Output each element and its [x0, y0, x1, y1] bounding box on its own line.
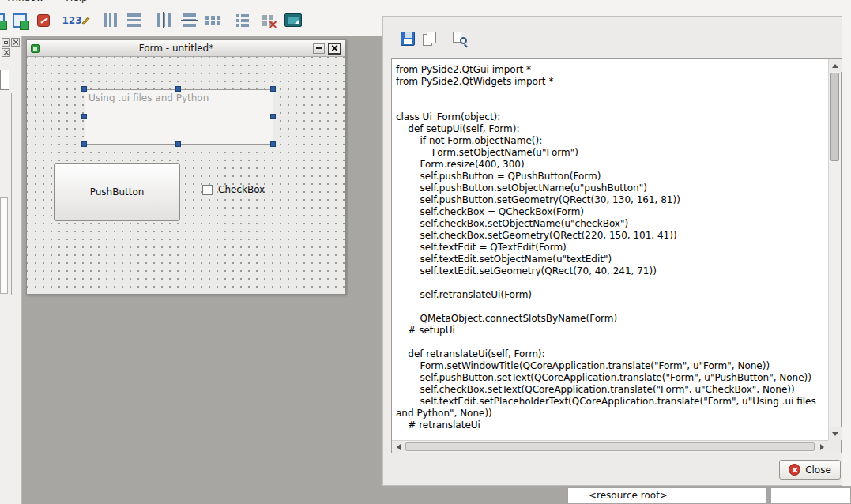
menu-help[interactable]: Help [66, 0, 87, 3]
qt-designer-app: Window Help 123 [0, 0, 851, 504]
code-preview-dialog: from PySide2.QtGui import * from PySide2… [382, 16, 842, 486]
layout-horizontal-icon[interactable] [123, 9, 144, 31]
scroll-up-icon[interactable] [829, 59, 842, 72]
resize-handle-bottom-left[interactable] [81, 141, 87, 147]
dock-divider [11, 93, 12, 295]
save-button[interactable] [398, 29, 417, 48]
left-dock-panel [0, 36, 22, 504]
copy-button[interactable] [420, 29, 439, 48]
resize-handle-bottom-right[interactable] [270, 141, 276, 147]
dock-close-icon[interactable] [2, 48, 10, 57]
scroll-left-icon[interactable] [392, 441, 405, 453]
pushbutton-widget[interactable]: PushButton [54, 163, 180, 221]
adjust-size-icon[interactable] [283, 9, 303, 31]
code-viewer[interactable]: from PySide2.QtGui import * from PySide2… [391, 58, 842, 453]
dock-float-icon[interactable] [2, 38, 10, 47]
minimize-button[interactable] [313, 43, 325, 54]
close-red-icon [789, 464, 800, 476]
horizontal-scrollbar[interactable] [392, 440, 828, 453]
resource-tree[interactable]: <resource root> [567, 487, 767, 504]
textedit-placeholder: Using .ui files and Python [88, 92, 209, 103]
layout-vertical-icon[interactable] [100, 9, 120, 31]
python-code-text: from PySide2.QtGui import * from PySide2… [392, 59, 827, 439]
resize-handle-middle-left[interactable] [81, 114, 87, 119]
scroll-down-icon[interactable] [829, 427, 842, 440]
resize-handle-top-left[interactable] [81, 86, 87, 92]
scroll-right-icon[interactable] [815, 441, 828, 453]
find-button[interactable] [450, 29, 469, 48]
form-window-titlebar[interactable]: Form - untitled* [27, 40, 345, 57]
resize-handle-top-right[interactable] [270, 86, 276, 92]
close-icon [332, 46, 337, 51]
resource-side-panel [770, 487, 851, 504]
scrollbar-corner [828, 440, 841, 453]
edit-buddies-icon[interactable] [9, 9, 30, 31]
form-canvas[interactable]: Using .ui files and Python PushButton Ch… [27, 57, 345, 294]
pushbutton-label: PushButton [90, 186, 145, 197]
main-toolbar: 123 [0, 5, 382, 36]
minimize-icon [316, 47, 322, 49]
resize-handle-middle-right[interactable] [270, 114, 276, 119]
checkbox-label: CheckBox [218, 184, 265, 195]
close-button[interactable] [328, 43, 341, 55]
layout-grid-icon[interactable] [202, 9, 223, 31]
edit-signals-slots-icon[interactable] [33, 9, 54, 31]
break-layout-icon[interactable] [258, 9, 278, 31]
tab-order-digits: 123 [62, 15, 81, 26]
edit-tab-order-icon[interactable]: 123 [58, 9, 85, 31]
textedit-widget[interactable]: Using .ui files and Python [85, 89, 273, 145]
layout-splitter-vertical-icon[interactable] [153, 9, 174, 31]
form-editor-window: Form - untitled* Using .ui files and Pyt… [26, 39, 346, 295]
save-icon [401, 32, 415, 46]
form-window-title: Form - untitled* [43, 43, 310, 54]
toolbar-separator [92, 10, 92, 30]
pencil-icon [81, 17, 89, 24]
layout-form-icon[interactable] [232, 9, 253, 31]
checkbox-indicator [202, 185, 213, 195]
close-button-label: Close [805, 465, 831, 476]
vertical-scrollbar[interactable] [828, 59, 841, 440]
close-dialog-button[interactable]: Close [779, 460, 841, 480]
copy-icon [423, 32, 437, 46]
horizontal-scroll-thumb[interactable] [405, 442, 815, 451]
form-window-icon [31, 44, 40, 53]
resize-handle-top-middle[interactable] [175, 86, 181, 92]
dock-filter-input[interactable] [0, 70, 9, 90]
layout-splitter-horizontal-icon[interactable] [179, 9, 199, 31]
dock-close-icon[interactable] [11, 38, 20, 47]
resize-handle-bottom-middle[interactable] [175, 141, 181, 147]
find-icon [452, 32, 467, 47]
resource-root-item[interactable]: <resource root> [568, 488, 766, 503]
dock-list-edge [0, 197, 8, 294]
menu-window[interactable]: Window [6, 0, 43, 3]
edit-widgets-icon[interactable] [0, 9, 8, 31]
vertical-scroll-thumb[interactable] [830, 73, 839, 161]
checkbox-widget[interactable]: CheckBox [202, 184, 265, 195]
